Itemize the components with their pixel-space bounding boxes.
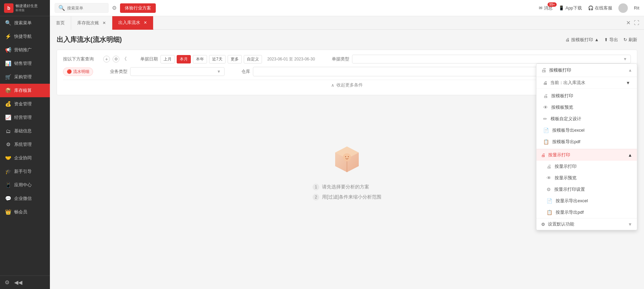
topbar-online-service[interactable]: 🎧 在线客服 <box>588 5 612 11</box>
template-preview-item[interactable]: 👁 按模板预览 <box>536 102 637 113</box>
page-title: 出入库流水(流水明细) <box>57 35 122 44</box>
plus-icon: + <box>105 56 108 62</box>
footer-label-group: ⚙ 设置默认功能 <box>541 221 574 227</box>
username-label[interactable]: Rit <box>634 5 639 10</box>
basic-icon: 🗂 <box>5 128 11 134</box>
tab-flow-close[interactable]: ✕ <box>144 20 147 25</box>
display-export-pdf-item[interactable]: 📋 按显示导出pdf <box>536 207 637 218</box>
date-filter: 上月 本月 本年 近7天 更多 自定义 <box>160 55 262 63</box>
date-more[interactable]: 更多 <box>228 55 242 63</box>
sidebar-item-wechat[interactable]: 💬 企业微信 <box>0 192 50 205</box>
user-avatar[interactable] <box>618 3 628 13</box>
business-type-label: 业务类型 <box>110 69 127 75</box>
refresh-button[interactable]: ↻ 刷新 <box>623 37 637 43</box>
current-dropdown-icon[interactable]: ▼ <box>626 80 630 85</box>
display-print-item[interactable]: 🖨 按显示打印 <box>536 161 637 172</box>
display-print-settings-item[interactable]: ⚙ 按显示打印设置 <box>536 184 637 195</box>
topbar-gear-icon[interactable]: ⚙ <box>112 5 117 11</box>
display-preview-item[interactable]: 👁 按显示预览 <box>536 172 637 184</box>
display-export-excel-icon: 📄 <box>547 198 552 204</box>
footer-label: 设置默认功能 <box>548 221 574 227</box>
date-filter-group: 单据日期 上月 本月 本年 近7天 更多 自定义 2023-06-01 至 20… <box>140 55 315 63</box>
print-panel-footer[interactable]: ⚙ 设置默认功能 ▼ <box>536 218 637 230</box>
print-panel-collapse-icon[interactable]: ▲ <box>628 68 632 73</box>
empty-steps-list: 1 请先选择要分析的方案 2 用[过滤]条件来缩小分析范围 <box>313 184 381 204</box>
print-template-button[interactable]: 🖨 按模板打印 ▲ <box>565 37 599 43</box>
refresh-label: 刷新 <box>628 37 637 43</box>
inventory-icon: 📦 <box>5 87 11 94</box>
current-label-group: 🖨 当前：出入库流水 <box>543 80 585 86</box>
export-label: 导出 <box>609 37 618 43</box>
sidebar-item-system[interactable]: ⚙ 系统管理 <box>0 138 50 151</box>
sidebar-collapse-icon[interactable]: ◀◀ <box>14 279 22 286</box>
template-export-pdf-item[interactable]: 📋 按模板导出pdf <box>536 136 637 148</box>
sidebar-item-label: 营销推广 <box>14 47 32 53</box>
filter-label: 按以下方案查询 <box>63 56 94 62</box>
window-maximize-icon[interactable]: ⛶ <box>634 20 639 26</box>
date-custom[interactable]: 自定义 <box>244 55 262 63</box>
filter-collapse-button[interactable]: 《 <box>122 56 127 62</box>
display-print-group-icon: 🖨 <box>541 153 546 158</box>
sidebar-item-vip[interactable]: 👑 畅会员 <box>0 205 50 219</box>
window-close-icon[interactable]: ✕ <box>626 20 631 26</box>
date-this-year[interactable]: 本年 <box>193 55 207 63</box>
tab-bar: 首页 库存批次账 ✕ 出入库流水 ✕ ✕ ⛶ <box>50 16 644 30</box>
sidebar-item-label: 企业微信 <box>14 195 32 202</box>
template-print-item[interactable]: 🖨 按模板打印 <box>536 90 637 102</box>
template-design-item[interactable]: ✏ 模板自定义设计 <box>536 113 637 125</box>
filter-row-1: 按以下方案查询 + ⚙ 《 单据日期 上月 <box>63 55 631 63</box>
topbar-search-input[interactable] <box>67 6 101 10</box>
business-type-select[interactable]: ▼ <box>130 67 225 76</box>
export-button[interactable]: ⬆ 导出 <box>604 37 618 43</box>
print-panel-header-icon: 🖨 <box>541 67 547 73</box>
date-last-month[interactable]: 上月 <box>160 55 175 63</box>
voucher-type-select[interactable]: ▼ <box>352 55 631 63</box>
tab-flow[interactable]: 出入库流水 ✕ <box>112 16 153 30</box>
filter-actions: + ⚙ 《 <box>103 56 127 62</box>
collapse-more-label: 收起更多条件 <box>336 82 363 88</box>
tab-inventory-batch[interactable]: 库存批次账 ✕ <box>71 16 112 30</box>
sidebar-settings-icon[interactable]: ⚙ <box>5 279 9 286</box>
print-panel-title-group: 🖨 按模板打印 <box>541 67 571 73</box>
date-7days[interactable]: 近7天 <box>209 55 226 63</box>
step-2-number: 2 <box>313 194 319 201</box>
tab-home[interactable]: 首页 <box>50 16 71 30</box>
sidebar-item-label: 企业协同 <box>14 155 32 161</box>
sidebar-item-marketing[interactable]: 📢 营销推广 <box>0 43 50 57</box>
sidebar-item-apps[interactable]: 📱 应用中心 <box>0 178 50 192</box>
display-print-group-title: 🖨 按显示打印 <box>541 152 570 158</box>
topbar-app-download[interactable]: 📱 App下载 <box>559 5 582 11</box>
display-print-group-header[interactable]: 🖨 按显示打印 ▲ <box>536 149 637 161</box>
topbar-message[interactable]: ✉ 消息 99+ <box>539 5 553 11</box>
sidebar-item-guide[interactable]: 🎓 新手引导 <box>0 165 50 178</box>
display-export-excel-item[interactable]: 📄 按显示导出excel <box>536 195 637 207</box>
sidebar-item-purchase[interactable]: 🛒 采购管理 <box>0 70 50 84</box>
trial-button[interactable]: 体验行业方案 <box>120 3 156 13</box>
sidebar-item-label: 搜索菜单 <box>14 20 32 26</box>
filter-add-button[interactable]: + <box>103 56 110 62</box>
template-preview-label: 按模板预览 <box>551 104 573 110</box>
display-print-icon: 🖨 <box>547 164 551 169</box>
date-this-month[interactable]: 本月 <box>177 55 191 63</box>
system-icon: ⚙ <box>5 141 11 148</box>
logo-area: b 畅捷通好生意 标准版 <box>0 0 50 16</box>
finance-icon: 💰 <box>5 101 11 107</box>
template-export-excel-item[interactable]: 📄 按模板导出excel <box>536 125 637 136</box>
display-export-excel-label: 按显示导出excel <box>556 198 588 204</box>
sidebar-item-operations[interactable]: 📈 经营管理 <box>0 111 50 124</box>
sidebar-item-finance[interactable]: 💰 资金管理 <box>0 97 50 111</box>
sidebar-item-label: 销售管理 <box>14 60 32 67</box>
filter-settings-button[interactable]: ⚙ <box>113 56 119 62</box>
sidebar-item-search[interactable]: 🔍 搜索菜单 <box>0 16 50 30</box>
topbar-search-box[interactable]: 🔍 <box>55 3 109 13</box>
sidebar-bottom: ⚙ ◀◀ <box>0 275 50 289</box>
current-print-label: 当前：出入库流水 <box>550 80 585 86</box>
tab-inventory-batch-close[interactable]: ✕ <box>103 21 106 25</box>
sidebar-item-quick-nav[interactable]: ⚡ 快捷导航 <box>0 30 50 43</box>
page-actions: 🖨 按模板打印 ▲ ⬆ 导出 ↻ 刷新 <box>565 37 637 43</box>
flow-detail-tag[interactable]: 🔴 流水明细 <box>63 68 93 76</box>
sidebar-item-cooperation[interactable]: 🤝 企业协同 <box>0 151 50 165</box>
sidebar-item-sales[interactable]: 📊 销售管理 <box>0 57 50 70</box>
sidebar-item-basic[interactable]: 🗂 基础信息 <box>0 124 50 138</box>
sidebar-item-inventory[interactable]: 📦 库存核算 <box>0 84 50 97</box>
